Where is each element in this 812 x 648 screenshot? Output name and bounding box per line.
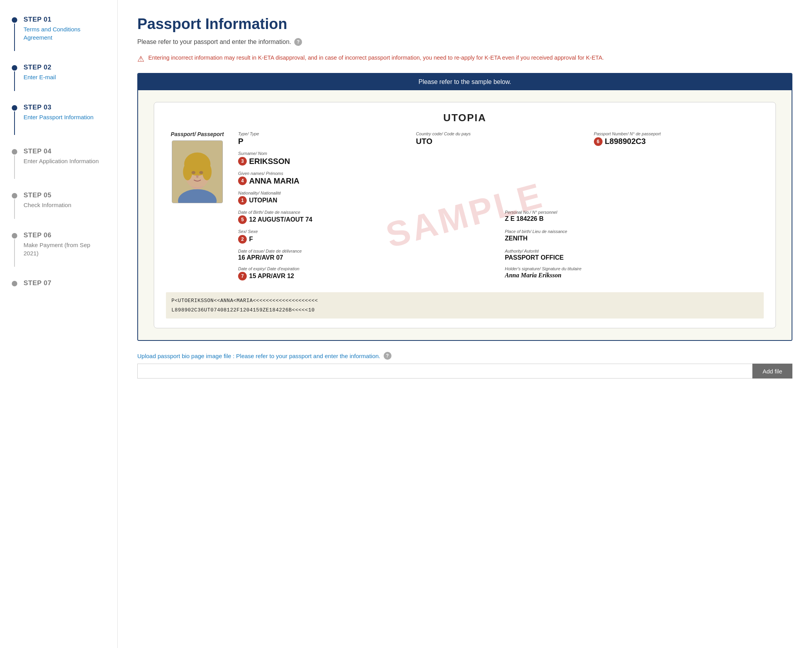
country-code-label: Country code/ Code du pays — [416, 131, 586, 137]
dob-value: 5 12 AUGUST/AOUT 74 — [238, 215, 497, 224]
passport-row-surname: Surname/ Nom 3 ERIKSSON — [238, 151, 764, 166]
step02-label: Enter E-mail — [24, 73, 106, 81]
step01-number: STEP 01 — [24, 16, 106, 24]
personal-no-value: Z E 184226 B — [505, 215, 764, 222]
authority-label: Authority/ Autorité — [505, 248, 764, 254]
field-issue: Date of issue/ Date de délivrance 16 APR… — [238, 248, 497, 261]
passport-no-value: 6 L898902C3 — [594, 137, 764, 146]
badge-1: 1 — [238, 196, 247, 205]
step05-line — [14, 199, 15, 219]
sidebar-item-step05[interactable]: STEP 05 Check Information — [12, 191, 106, 219]
passport-content: Passport/ Passeport — [166, 131, 764, 285]
mrz-section: P<UTOERIKSSON<<ANNA<MARIA<<<<<<<<<<<<<<<… — [166, 292, 764, 319]
passport-sample-body: SAMPLE UTOPIA Passport/ Passeport — [138, 90, 792, 340]
step01-dot — [12, 17, 17, 23]
subtitle-help-icon[interactable]: ? — [294, 38, 302, 46]
sex-value: 2 F — [238, 235, 497, 244]
step02-number: STEP 02 — [24, 64, 106, 71]
passport-no-label: Passport Number/ N° de passeport — [594, 131, 764, 137]
passport-row-issue: Date of issue/ Date de délivrance 16 APR… — [238, 248, 764, 261]
sidebar-item-step06[interactable]: STEP 06 Make Payment (from Sep 2021) — [12, 231, 106, 267]
passport-row-nationality: Nationality/ Nationalité 1 UTOPIAN — [238, 190, 764, 205]
page-title: Passport Information — [137, 16, 792, 33]
step04-label: Enter Application Information — [24, 157, 106, 165]
expiry-label: Date of expiry/ Date d'expiration — [238, 266, 497, 271]
step06-label: Make Payment (from Sep 2021) — [24, 241, 106, 257]
nationality-value: 1 UTOPIAN — [238, 196, 764, 205]
personal-no-label: Personal No./ N° personnel — [505, 209, 764, 215]
warning-box: ⚠ Entering incorrect information may res… — [137, 54, 792, 64]
step07-dot — [12, 281, 17, 286]
passport-row-given: Given names/ Prénoms 4 ANNA MARIA — [238, 171, 764, 186]
given-label: Given names/ Prénoms — [238, 171, 764, 176]
issue-value: 16 APR/AVR 07 — [238, 254, 497, 261]
svg-point-9 — [196, 175, 198, 178]
step03-dot — [12, 105, 17, 111]
badge-2: 2 — [238, 235, 247, 244]
passport-photo-section: Passport/ Passeport — [166, 131, 229, 285]
field-country-code: Country code/ Code du pays UTO — [416, 131, 586, 146]
svg-point-6 — [202, 163, 212, 180]
upload-label: Upload passport bio page image file : Pl… — [137, 352, 792, 360]
authority-value: PASSPORT OFFICE — [505, 254, 764, 261]
passport-row-sex: Sex/ Sexe 2 F Place of birth/ Lieu de na… — [238, 229, 764, 243]
svg-point-5 — [183, 163, 193, 180]
signature-label: Holder's signature/ Signature du titulai… — [505, 266, 764, 271]
field-signature: Holder's signature/ Signature du titulai… — [505, 266, 764, 280]
warning-text: Entering incorrect information may resul… — [148, 54, 604, 62]
passport-card: SAMPLE UTOPIA Passport/ Passeport — [154, 102, 776, 328]
type-label: Type/ Type — [238, 131, 408, 137]
main-content: Passport Information Please refer to you… — [118, 0, 812, 648]
step06-number: STEP 06 — [24, 231, 106, 239]
sidebar-item-step01[interactable]: STEP 01 Terms and Conditions Agreement — [12, 16, 106, 51]
step04-dot — [12, 149, 17, 155]
pob-label: Place of birth/ Lieu de naissance — [505, 229, 764, 234]
step02-line — [14, 71, 15, 91]
expiry-value: 7 15 APR/AVR 12 — [238, 272, 497, 280]
passport-photo-label: Passport/ Passeport — [171, 131, 224, 137]
step07-number: STEP 07 — [24, 279, 106, 287]
field-passport-no: Passport Number/ N° de passeport 6 L8989… — [594, 131, 764, 146]
field-authority: Authority/ Autorité PASSPORT OFFICE — [505, 248, 764, 261]
warning-icon: ⚠ — [137, 54, 144, 64]
add-file-button[interactable]: Add file — [752, 364, 792, 379]
step06-line — [14, 239, 15, 267]
nationality-label: Nationality/ Nationalité — [238, 190, 764, 196]
field-dob: Date of Birth/ Date de naissance 5 12 AU… — [238, 209, 497, 224]
sidebar-item-step04[interactable]: STEP 04 Enter Application Information — [12, 147, 106, 179]
badge-4: 4 — [238, 177, 247, 185]
sidebar-item-step02[interactable]: STEP 02 Enter E-mail — [12, 64, 106, 91]
step01-line — [14, 24, 15, 51]
step05-label: Check Information — [24, 201, 106, 209]
surname-value: 3 ERIKSSON — [238, 157, 764, 166]
field-pob: Place of birth/ Lieu de naissance ZENITH — [505, 229, 764, 243]
field-given: Given names/ Prénoms 4 ANNA MARIA — [238, 171, 764, 186]
passport-country: UTOPIA — [166, 112, 764, 124]
dob-label: Date of Birth/ Date de naissance — [238, 209, 497, 215]
sidebar-item-step07[interactable]: STEP 07 — [12, 279, 106, 289]
sidebar-item-step03[interactable]: STEP 03 Enter Passport Information — [12, 104, 106, 135]
pob-value: ZENITH — [505, 235, 764, 242]
badge-3: 3 — [238, 157, 247, 166]
badge-7: 7 — [238, 272, 247, 280]
passport-row-type: Type/ Type P Country code/ Code du pays … — [238, 131, 764, 146]
passport-sample-container: Please refer to the sample below. SAMPLE… — [137, 73, 792, 341]
issue-label: Date of issue/ Date de délivrance — [238, 248, 497, 254]
mrz-line1: P<UTOERIKSSON<<ANNA<MARIA<<<<<<<<<<<<<<<… — [171, 296, 758, 305]
field-expiry: Date of expiry/ Date d'expiration 7 15 A… — [238, 266, 497, 280]
step04-line — [14, 155, 15, 179]
step03-label: Enter Passport Information — [24, 113, 106, 121]
passport-photo-svg — [172, 140, 222, 203]
field-surname: Surname/ Nom 3 ERIKSSON — [238, 151, 764, 166]
step03-number: STEP 03 — [24, 104, 106, 111]
signature-value: Anna Maria Eriksson — [505, 272, 764, 279]
passport-fields: Type/ Type P Country code/ Code du pays … — [238, 131, 764, 285]
step03-line — [14, 111, 15, 135]
step05-dot — [12, 193, 17, 198]
upload-help-icon[interactable]: ? — [384, 352, 391, 360]
upload-input[interactable] — [137, 364, 752, 379]
step04-number: STEP 04 — [24, 147, 106, 155]
surname-label: Surname/ Nom — [238, 151, 764, 156]
passport-row-expiry: Date of expiry/ Date d'expiration 7 15 A… — [238, 266, 764, 280]
step01-label: Terms and Conditions Agreement — [24, 25, 106, 42]
